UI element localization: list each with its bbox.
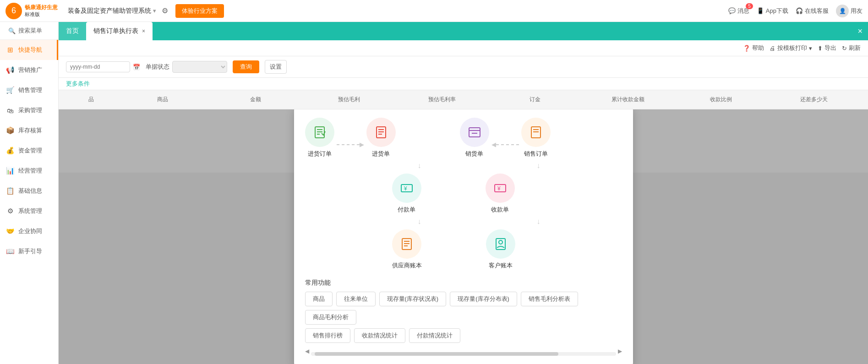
refresh-icon: ↻ (842, 45, 847, 52)
modal-overlay[interactable]: 进货订单 ▶ (59, 109, 868, 364)
message-badge: 5 (746, 3, 753, 9)
export-icon: ⬆ (818, 45, 823, 52)
refresh-btn[interactable]: ↻ 刷新 (842, 44, 861, 52)
user-area[interactable]: 👤 用友 (836, 5, 863, 17)
finance-icon: 💰 (5, 146, 15, 155)
status-select[interactable] (172, 61, 227, 73)
sidebar-item-quick-nav[interactable]: ⊞ 快捷导航 (0, 40, 58, 60)
tab-home[interactable]: 首页 (59, 22, 86, 40)
func-btn-stock-dist[interactable]: 现存量(库存分布表) (450, 292, 517, 306)
flow-node-receipt[interactable]: ¥ (486, 174, 515, 203)
filter-settings-button[interactable]: 设置 (265, 60, 287, 74)
sidebar-item-guide[interactable]: 📖 新手引导 (0, 241, 58, 261)
func-btn-payment-stats[interactable]: 付款情况统计 (409, 328, 460, 343)
tab-close-icon[interactable]: × (142, 28, 145, 34)
calendar-icon[interactable]: 📅 (133, 64, 140, 71)
col-deposit: 订金 (488, 94, 581, 105)
content-area: 首页 销售订单执行表 × × ❓ 帮助 🖨 按模板打印 ▾ (59, 22, 868, 364)
print-btn[interactable]: 🖨 按模板打印 ▾ (770, 44, 812, 52)
modal-scrollbar[interactable] (311, 352, 616, 356)
col-days-left: 还差多少天 (768, 94, 861, 105)
flow-node-sales-order[interactable] (521, 118, 551, 147)
sidebar-item-sales[interactable]: 🛒 销售管理 (0, 80, 58, 100)
flow-col-receipt: ¥ 收款单 (486, 174, 515, 214)
tab-bar: 首页 销售订单执行表 × × (59, 22, 868, 40)
func-btn-product[interactable]: 商品 (305, 292, 333, 306)
page-toolbar: ❓ 帮助 🖨 按模板打印 ▾ ⬆ 导出 ↻ 刷新 (59, 40, 868, 56)
app-download-btn[interactable]: 📱 App下载 (757, 7, 788, 15)
message-icon: 💬 (728, 7, 736, 14)
flow-node-customer-ledger[interactable] (486, 229, 515, 259)
avatar: 👤 (836, 5, 849, 17)
system-dropdown-icon[interactable]: ▾ (153, 7, 156, 14)
func-btn-sales-gross[interactable]: 销售毛利分析表 (521, 292, 578, 306)
marketing-icon: 📢 (5, 65, 15, 75)
svg-rect-8 (469, 128, 480, 137)
status-filter: 单据状态 (146, 61, 227, 73)
tab-sales-order[interactable]: 销售订单执行表 × (86, 22, 153, 40)
flow-node-sales[interactable] (460, 118, 489, 147)
quick-nav-icon: ⊞ (5, 45, 15, 54)
export-btn[interactable]: ⬆ 导出 (818, 44, 836, 52)
flow-col-purchase: 进货单 (366, 118, 396, 158)
more-conditions-link[interactable]: 更多条件 (66, 80, 90, 87)
flow-node-supplier-ledger[interactable] (392, 229, 421, 259)
flow-label-purchase-order: 进货订单 (308, 150, 332, 158)
sidebar-item-basic-info[interactable]: 📋 基础信息 (0, 181, 58, 201)
more-conditions-row: 更多条件 (59, 78, 868, 90)
col-gross-rate: 预估毛利率 (395, 94, 488, 105)
message-btn[interactable]: 💬 消息 5 (728, 7, 749, 15)
sidebar-item-finance[interactable]: 💰 资金管理 (0, 141, 58, 161)
modal: 进货订单 ▶ (294, 109, 633, 364)
flow-label-sales-order: 销售订单 (524, 150, 548, 158)
flow-label-purchase: 进货单 (372, 150, 390, 158)
customer-service-btn[interactable]: 🎧 在线客服 (796, 7, 829, 15)
sidebar-item-system[interactable]: ⚙ 系统管理 (0, 201, 58, 221)
flow-node-purchase[interactable] (366, 118, 396, 147)
search-menu[interactable]: 🔍 搜索菜单 (0, 22, 58, 40)
help-btn[interactable]: ❓ 帮助 (743, 44, 764, 52)
flow-node-payment[interactable]: ¥ (392, 174, 421, 203)
svg-point-23 (499, 240, 502, 244)
enterprise-icon: 🤝 (5, 227, 15, 236)
func-btn-partner[interactable]: 往来单位 (336, 292, 376, 306)
filter-row: 📅 单据状态 查询 设置 (59, 56, 868, 78)
flow-node-purchase-order[interactable] (305, 118, 334, 147)
svg-text:¥: ¥ (404, 185, 407, 192)
func-btn-stock-status[interactable]: 现存量(库存状况表) (379, 292, 447, 306)
sales-icon: 🛒 (5, 86, 15, 95)
sidebar: 🔍 搜索菜单 ⊞ 快捷导航 📢 营销推广 🛒 销售管理 🛍 采购管理 📦 (0, 22, 59, 364)
func-btn-sales-rank[interactable]: 销售排行榜 (305, 328, 350, 343)
date-filter: 📅 (66, 61, 140, 72)
col-amount: 金额 (209, 94, 302, 105)
print-icon: 🖨 (770, 45, 775, 52)
system-icon: ⚙ (5, 206, 15, 216)
trial-button[interactable]: 体验行业方案 (175, 4, 224, 18)
col-product: 商品 (116, 94, 209, 105)
modal-scrollbar-thumb (315, 352, 559, 356)
flow-col-supplier-ledger: 供应商账本 (392, 229, 422, 270)
flow-label-sales: 销货单 (465, 150, 483, 158)
sidebar-item-marketing[interactable]: 📢 营销推广 (0, 60, 58, 80)
flow-label-payment: 付款单 (398, 206, 415, 214)
date-input[interactable] (66, 61, 130, 72)
sidebar-item-inventory[interactable]: 📦 库存核算 (0, 120, 58, 141)
col-receipt-ratio: 收款比例 (675, 94, 768, 105)
func-buttons-row1: 商品 往来单位 现存量(库存状况表) 现存量(库存分布表) 销售毛利分析表 商品… (305, 292, 622, 325)
settings-icon[interactable]: ⚙ (162, 6, 168, 15)
scroll-right-arrow[interactable]: ▶ (618, 348, 622, 354)
system-name: 装备及固定资产辅助管理系统 (68, 7, 151, 15)
flow-label-receipt: 收款单 (491, 206, 509, 214)
search-button[interactable]: 查询 (233, 60, 259, 73)
sidebar-item-purchase[interactable]: 🛍 采购管理 (0, 100, 58, 120)
scroll-left-arrow[interactable]: ◀ (305, 348, 309, 354)
func-btn-product-gross[interactable]: 商品毛利分析 (305, 310, 356, 325)
print-dropdown-icon: ▾ (809, 45, 812, 52)
func-btn-receipt-stats[interactable]: 收款情况统计 (354, 328, 405, 343)
sidebar-item-operations[interactable]: 📊 经营管理 (0, 161, 58, 181)
inventory-icon: 📦 (5, 126, 15, 135)
flow-col-purchase-order: 进货订单 (305, 118, 334, 158)
page-content: 进货订单 ▶ (59, 109, 868, 364)
tab-bar-close-icon[interactable]: × (857, 27, 868, 36)
sidebar-item-enterprise[interactable]: 🤝 企业协同 (0, 221, 58, 241)
